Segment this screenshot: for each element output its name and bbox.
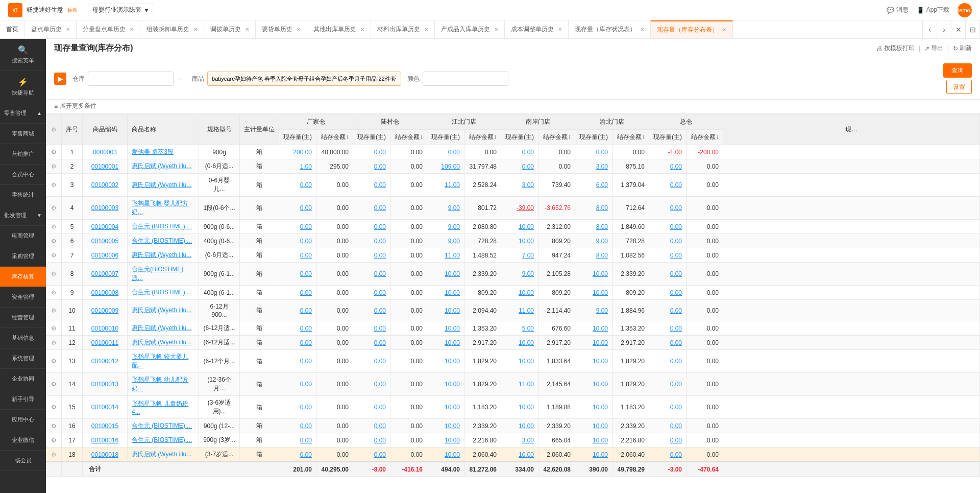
row-code[interactable]: 00100006 — [83, 248, 128, 263]
row-gear[interactable]: ⚙ — [46, 159, 62, 174]
msg-btn[interactable]: 💬 消息 — [887, 6, 909, 14]
row-w2-qty[interactable]: 0.00 — [353, 197, 390, 220]
row-gear-icon[interactable]: ⚙ — [51, 339, 57, 346]
row-name[interactable]: 惠氏启赋 (Wyeth illu... — [128, 248, 199, 263]
row-w3-qty[interactable]: 10.00 — [427, 286, 464, 300]
tab-4[interactable]: 调拨单历史 ✕ — [204, 20, 256, 39]
row-w4-qty[interactable]: 10.00 — [501, 286, 538, 300]
row-w2-qty[interactable]: 0.00 — [353, 300, 390, 321]
row-gear[interactable]: ⚙ — [46, 174, 62, 197]
row-name[interactable]: 飞鹤星飞帆 较大婴儿配... — [128, 350, 199, 373]
app-download-btn[interactable]: 📱 App下载 — [917, 6, 949, 14]
row-w2-qty[interactable]: 0.00 — [353, 396, 390, 419]
row-gear-icon[interactable]: ⚙ — [51, 381, 57, 388]
row-name[interactable]: 合生元 (BIOSTIME) ... — [128, 419, 199, 433]
row-w5-qty[interactable]: 6.00 — [575, 174, 612, 197]
row-gear-icon[interactable]: ⚙ — [51, 451, 57, 458]
row-name[interactable]: 合生元 (BIOSTIME) ... — [128, 234, 199, 248]
row-gear[interactable]: ⚙ — [46, 286, 62, 300]
row-w3-qty[interactable]: 10.00 — [427, 419, 464, 433]
row-gear[interactable]: ⚙ — [46, 234, 62, 248]
row-wt-qty[interactable]: 0.00 — [649, 197, 687, 220]
row-wt-qty[interactable]: 0.00 — [649, 350, 687, 373]
row-gear-icon[interactable]: ⚙ — [51, 149, 57, 156]
row-w2-qty[interactable]: 0.00 — [353, 448, 390, 462]
row-wt-qty[interactable]: 0.00 — [649, 373, 687, 396]
row-wt-qty[interactable]: 0.00 — [649, 396, 687, 419]
row-gear[interactable]: ⚙ — [46, 220, 62, 234]
row-name[interactable]: 飞鹤星飞帆 幼儿配方奶... — [128, 373, 199, 396]
filter-expand-arrow[interactable]: ▶ — [54, 73, 66, 85]
row-gear-icon[interactable]: ⚙ — [51, 325, 57, 332]
sidebar-item-mall[interactable]: 零售商城 — [0, 124, 46, 144]
tab-7[interactable]: 材料出库单历史 ✕ — [371, 20, 435, 39]
row-gear-icon[interactable]: ⚙ — [51, 270, 57, 277]
row-gear-icon[interactable]: ⚙ — [51, 238, 57, 245]
row-w1-qty[interactable]: 0.00 — [279, 448, 316, 462]
row-w2-qty[interactable]: 0.00 — [353, 248, 390, 263]
row-wt-qty[interactable]: 0.00 — [649, 448, 687, 462]
tab-3[interactable]: 组装拆卸单历史 ✕ — [140, 20, 204, 39]
row-w2-qty[interactable]: 0.00 — [353, 145, 390, 159]
row-wt-qty[interactable]: 0.00 — [649, 220, 687, 234]
row-w3-qty[interactable]: 11.00 — [427, 174, 464, 197]
sidebar-item-member[interactable]: 会员中心 — [0, 165, 46, 185]
close-icon[interactable]: ✕ — [424, 27, 428, 32]
tab-home[interactable]: 首页 — [0, 20, 25, 39]
row-w4-qty[interactable]: -39.00 — [501, 197, 538, 220]
row-w3-qty[interactable]: 10.00 — [427, 448, 464, 462]
tab-2[interactable]: 分量盘点单历史 ✕ — [77, 20, 140, 39]
sidebar-item-retail-stat[interactable]: 零售统计 — [0, 185, 46, 205]
row-name[interactable]: 惠氏启赋 (Wyeth illu... — [128, 174, 199, 197]
row-w3-qty[interactable]: 10.00 — [427, 300, 464, 321]
row-w2-qty[interactable]: 0.00 — [353, 373, 390, 396]
row-w3-qty[interactable]: 0.00 — [427, 145, 464, 159]
row-code[interactable]: 00100014 — [83, 396, 128, 419]
nav-expand-btn[interactable]: ⊡ — [966, 20, 980, 39]
print-btn[interactable]: 🖨 按模板打印 — [876, 44, 915, 53]
row-w3-qty[interactable]: 10.00 — [427, 433, 464, 448]
row-gear[interactable]: ⚙ — [46, 248, 62, 263]
row-w4-qty[interactable]: 7.00 — [501, 248, 538, 263]
row-code[interactable]: 00100011 — [83, 336, 128, 350]
row-name[interactable]: 合生元 (BIOSTIME) ... — [128, 286, 199, 300]
row-w1-qty[interactable]: 0.00 — [279, 373, 316, 396]
row-w4-qty[interactable]: 3.00 — [501, 174, 538, 197]
row-w3-qty[interactable]: 9.00 — [427, 220, 464, 234]
sidebar-item-ecom[interactable]: 电商管理 — [0, 226, 46, 246]
row-code[interactable]: 00100012 — [83, 350, 128, 373]
row-gear-icon[interactable]: ⚙ — [51, 437, 57, 444]
sidebar-item-search[interactable]: 🔍 搜索英单 — [0, 39, 46, 71]
row-wt-qty[interactable]: 0.00 — [649, 321, 687, 336]
row-gear-icon[interactable]: ⚙ — [51, 181, 57, 189]
row-w1-qty[interactable]: 0.00 — [279, 248, 316, 263]
tab-8[interactable]: 产成品入库单历史 ✕ — [435, 20, 505, 39]
query-button[interactable]: 查询 — [943, 63, 972, 78]
sidebar-item-wechat[interactable]: 企业微信 — [0, 430, 46, 451]
row-w5-qty[interactable]: 10.00 — [575, 336, 612, 350]
row-name[interactable]: 飞鹤星飞帆 婴儿配方奶... — [128, 197, 199, 220]
row-w3-qty[interactable]: 10.00 — [427, 373, 464, 396]
row-gear[interactable]: ⚙ — [46, 300, 62, 321]
settings-button[interactable]: 设置 — [946, 80, 972, 94]
row-w4-qty[interactable]: 10.00 — [501, 350, 538, 373]
row-w1-qty[interactable]: 200.00 — [279, 145, 316, 159]
row-w1-qty[interactable]: 0.00 — [279, 300, 316, 321]
row-gear-icon[interactable]: ⚙ — [51, 358, 57, 365]
row-w5-qty[interactable]: 8.00 — [575, 197, 612, 220]
sidebar-item-member2[interactable]: 畅会员 — [0, 451, 46, 471]
sidebar-item-system[interactable]: 系统管理 — [0, 348, 46, 369]
row-w3-qty[interactable]: 10.00 — [427, 350, 464, 373]
row-w3-qty[interactable]: 9.00 — [427, 197, 464, 220]
warehouse-input[interactable] — [88, 72, 174, 86]
row-w3-qty[interactable]: 10.00 — [427, 396, 464, 419]
row-code[interactable]: 00100010 — [83, 321, 128, 336]
row-w1-qty[interactable]: 0.00 — [279, 396, 316, 419]
row-w5-qty[interactable]: 3.00 — [575, 159, 612, 174]
row-wt-qty[interactable]: 0.00 — [649, 234, 687, 248]
row-code[interactable]: 00100008 — [83, 286, 128, 300]
row-gear[interactable]: ⚙ — [46, 145, 62, 159]
row-code[interactable]: 00100009 — [83, 300, 128, 321]
sidebar-item-operation[interactable]: 经营管理 — [0, 308, 46, 328]
row-gear-icon[interactable]: ⚙ — [51, 289, 57, 296]
